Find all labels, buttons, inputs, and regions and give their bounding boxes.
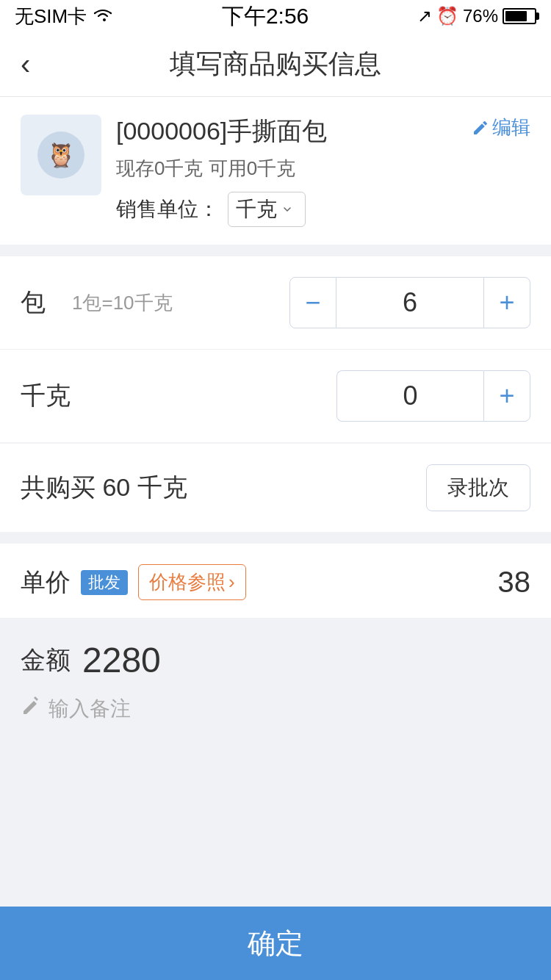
price-section: 单价 批发 价格参照 › 38 <box>0 544 551 618</box>
kg-controls: + <box>336 370 530 422</box>
battery-percent: 76% <box>463 6 498 26</box>
product-name: [0000006]手撕面包 <box>116 115 327 148</box>
price-left: 单价 批发 价格参照 › <box>21 564 246 600</box>
product-image: 🦉 <box>21 115 101 195</box>
product-info: [0000006]手撕面包 编辑 现存0千克 可用0千克 销售单位： 千克 <box>116 115 530 227</box>
total-text: 共购买 60 千克 <box>21 471 187 505</box>
price-row: 单价 批发 价格参照 › 38 <box>21 564 530 600</box>
bao-quantity-input[interactable] <box>336 277 483 328</box>
status-right: ↗ ⏰ 76% <box>417 6 536 26</box>
location-icon: ↗ <box>417 6 432 26</box>
product-card: 🦉 [0000006]手撕面包 编辑 现存0千克 可用0千克 销售单位： 千克 <box>0 97 551 245</box>
status-time: 下午2:56 <box>222 1 309 32</box>
amount-label: 金额 <box>21 644 71 677</box>
confirm-button[interactable]: 确定 <box>0 907 551 980</box>
quantity-kg-row: 千克 + <box>0 350 551 442</box>
bao-controls: − + <box>289 277 530 328</box>
total-row: 共购买 60 千克 录批次 <box>0 444 551 532</box>
kg-plus-button[interactable]: + <box>483 370 530 422</box>
unit-select[interactable]: 千克 <box>228 192 306 227</box>
product-unit-row: 销售单位： 千克 <box>116 192 530 227</box>
bao-label: 包 <box>21 286 65 320</box>
product-name-row: [0000006]手撕面包 编辑 <box>116 115 530 148</box>
amount-value: 2280 <box>82 640 161 680</box>
edit-button[interactable]: 编辑 <box>472 115 530 140</box>
bao-hint: 1包=10千克 <box>72 290 289 316</box>
bao-plus-button[interactable]: + <box>483 277 530 328</box>
price-label: 单价 <box>21 566 71 599</box>
status-left: 无SIM卡 <box>15 4 113 29</box>
batch-button[interactable]: 录批次 <box>426 464 530 511</box>
remark-row[interactable]: 输入备注 <box>21 695 530 723</box>
wifi-icon <box>93 5 113 28</box>
kg-quantity-input[interactable] <box>336 370 483 422</box>
amount-row: 金额 2280 <box>21 640 530 680</box>
main-content: 🦉 [0000006]手撕面包 编辑 现存0千克 可用0千克 销售单位： 千克 <box>0 97 551 955</box>
bao-minus-button[interactable]: − <box>289 277 336 328</box>
quantity-bao-row: 包 1包=10千克 − + <box>0 256 551 350</box>
product-stock: 现存0千克 可用0千克 <box>116 156 530 181</box>
page-title: 填写商品购买信息 <box>170 46 381 82</box>
pencil-icon <box>21 696 41 722</box>
unit-label: 销售单位： <box>116 195 219 223</box>
alarm-icon: ⏰ <box>436 6 458 26</box>
battery-icon <box>503 8 536 24</box>
quantity-bao-section: 包 1包=10千克 − + 千克 + <box>0 256 551 442</box>
price-type-tag: 批发 <box>81 570 128 595</box>
price-value: 38 <box>498 566 531 599</box>
price-ref-button[interactable]: 价格参照 › <box>138 564 246 600</box>
remark-placeholder[interactable]: 输入备注 <box>48 695 131 723</box>
carrier-text: 无SIM卡 <box>15 4 87 29</box>
svg-text:🦉: 🦉 <box>46 141 76 169</box>
back-button[interactable]: ‹ <box>21 48 30 81</box>
amount-section: 金额 2280 输入备注 <box>0 619 551 735</box>
kg-label: 千克 <box>21 379 71 413</box>
nav-bar: ‹ 填写商品购买信息 <box>0 32 551 97</box>
status-bar: 无SIM卡 下午2:56 ↗ ⏰ 76% <box>0 0 551 32</box>
